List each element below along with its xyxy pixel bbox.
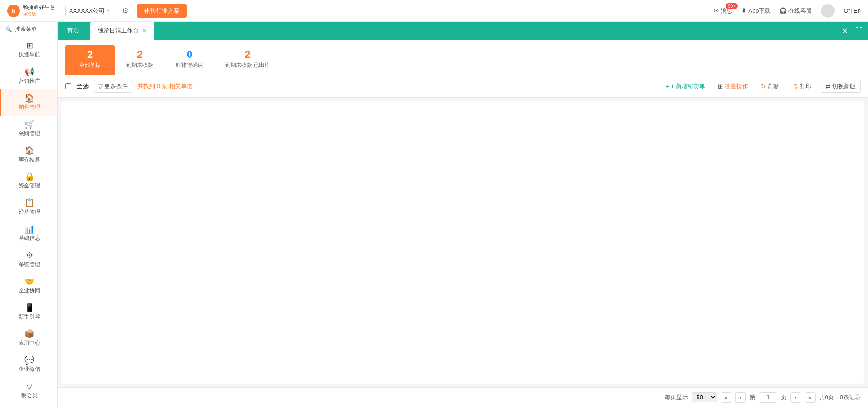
tab-home[interactable]: 首页 [58,22,89,40]
next-page-button[interactable]: › [790,392,801,403]
sidebar-item-operation[interactable]: 📋 经营管理 [0,194,57,220]
first-page-button[interactable]: « [721,392,731,403]
sidebar-item-coop[interactable]: 🤝 企业协同 [0,273,57,299]
sidebar-item-member[interactable]: ▽ 畅会员 [0,378,57,404]
per-page-select[interactable]: 50 100 200 [692,392,717,402]
sidebar-item-appcenter[interactable]: 📦 应用中心 [0,325,57,351]
select-all-checkbox[interactable] [65,83,71,89]
add-sale-button[interactable]: + + 新增销货单 [662,80,709,92]
logo-text-area: 畅捷通好生意 标准版 [23,4,55,18]
switch-version-button[interactable]: ⇄ 切换新版 [821,80,861,93]
page-suffix: 页 [781,393,787,402]
sidebar-item-label: 经营管理 [19,208,40,216]
sidebar-item-guide[interactable]: 📱 新手引导 [0,299,57,325]
app-icon: 📦 [24,330,34,338]
prev-page-button[interactable]: ‹ [735,392,746,403]
work-area: 2 全部单据 2 到期未收款 0 旺辅待确认 2 到期未收款 已出库 [58,40,868,407]
found-count-value: 0 [157,83,160,89]
message-badge: 99+ [726,3,738,9]
top-bar: 6 畅捷通好生意 标准版 XXXXXX公司 ▾ ⚙ 体验行业方案 ✉ 消息 99… [0,0,868,22]
company-selector[interactable]: XXXXXX公司 ▾ [65,5,113,17]
filter-icon: ▽ [98,83,103,90]
user-name: OfTEn [844,7,861,14]
tab-workbench[interactable]: 钱货日清工作台 ✕ [90,22,154,40]
company-name: XXXXXX公司 [69,7,104,15]
sidebar-item-finance[interactable]: 🔒 资金管理 [0,168,57,194]
sidebar-item-label: 销售管理 [19,103,40,111]
headset-icon: 🎧 [779,7,787,14]
sidebar-item-label: 营销推广 [19,77,40,85]
gear-icon: ⚙ [122,6,128,15]
member-icon: ▽ [26,382,33,390]
tab-close-icon[interactable]: ✕ [142,28,147,34]
message-button[interactable]: ✉ 消息 99+ [714,7,732,15]
pagination-bar: 每页显示 50 100 200 « ‹ 第 页 › [58,387,868,407]
system-icon: ⚙ [26,251,33,259]
print-icon: 🖨 [792,83,798,90]
stat-tab-overdue[interactable]: 2 到期未收款 [115,45,165,75]
stats-tabs: 2 全部单据 2 到期未收款 0 旺辅待确认 2 到期未收款 已出库 [58,40,868,75]
sidebar-item-system[interactable]: ⚙ 系统管理 [0,247,57,273]
sidebar-item-base[interactable]: 📊 基础信息 [0,220,57,247]
close-icon: ✕ [842,27,848,35]
first-page-icon: « [724,394,727,401]
message-icon: ✉ [714,7,719,14]
sidebar-item-weixin[interactable]: 💬 企业微信 [0,351,57,378]
select-all-label: 全选 [77,82,89,90]
close-window-button[interactable]: ✕ [839,25,850,36]
sidebar-item-label: 新手引导 [19,313,40,321]
sidebar-item-label: 库存核算 [19,156,40,164]
switch-icon: ⇄ [826,83,830,90]
search-icon: 🔍 [5,26,12,33]
stat-label-shipped: 到期未收款 已出库 [225,61,270,69]
sidebar-item-quick-nav[interactable]: ⊞ 快捷导航 [0,37,57,63]
stat-count-shipped: 2 [245,49,250,61]
total-records: 共0页，0条记录 [819,393,861,402]
sales-icon: 🏠 [24,94,34,102]
sidebar-search[interactable]: 🔍 搜索菜单 [0,22,57,37]
page-number-input[interactable] [759,392,777,403]
settings-button[interactable]: ⚙ [119,5,132,17]
logo-icon: 6 [7,5,20,17]
sidebar-item-label: 基础信息 [19,234,40,242]
next-page-icon: › [794,394,796,401]
stat-tab-wangwang[interactable]: 0 旺辅待确认 [165,45,214,75]
sidebar-item-marketing[interactable]: 📢 营销推广 [0,63,57,89]
finance-icon: 🔒 [24,173,34,181]
online-service-button[interactable]: 🎧 在线客服 [779,7,812,15]
sidebar-item-inventory[interactable]: 🏠 库存核算 [0,142,57,168]
toolbar-right: + + 新增销货单 ⊞ 批量操作 ↻ 刷新 🖨 打印 [662,80,861,93]
maximize-icon: ⛶ [855,27,863,35]
batch-operation-button[interactable]: ⊞ 批量操作 [714,80,752,92]
more-conditions-button[interactable]: ▽ 更多条件 [94,80,132,93]
avatar[interactable] [821,4,835,18]
app-download-button[interactable]: ⬇ App下载 [741,7,770,15]
operation-icon: 📋 [24,199,34,207]
sidebar-item-sales[interactable]: 🏠 销售管理 [0,89,57,116]
experience-button[interactable]: 体验行业方案 [137,4,187,18]
top-right-area: ✉ 消息 99+ ⬇ App下载 🎧 在线客服 OfTEn [714,4,861,18]
logo-sub: 标准版 [23,11,55,17]
toolbar: 全选 ▽ 更多条件 共找到 0 条 相关单据 + + 新增销货 [58,75,868,98]
table-area [61,101,864,384]
wx-icon: 💬 [24,356,34,364]
quick-nav-icon: ⊞ [26,42,33,50]
maximize-button[interactable]: ⛶ [854,25,864,36]
prev-page-icon: ‹ [739,394,741,401]
print-button[interactable]: 🖨 打印 [788,80,815,92]
sidebar-item-label: 快捷导航 [19,51,40,59]
stat-label-wangwang: 旺辅待确认 [176,61,203,69]
search-label: 搜索菜单 [15,25,37,33]
base-icon: 📊 [24,225,34,233]
sidebar: 🔍 搜索菜单 ⊞ 快捷导航 📢 营销推广 🏠 销售管理 🛒 采购管理 🏠 库存核… [0,22,58,407]
sidebar-item-label: 采购管理 [19,130,40,137]
refresh-button[interactable]: ↻ 刷新 [757,80,783,92]
stat-count-wangwang: 0 [187,49,192,61]
chevron-down-icon: ▾ [107,8,109,13]
stat-tab-shipped[interactable]: 2 到期未收款 已出库 [214,45,281,75]
batch-icon: ⊞ [718,83,723,90]
sidebar-item-label: 企业协同 [19,287,40,295]
stat-tab-all[interactable]: 2 全部单据 [65,45,115,75]
last-page-button[interactable]: » [805,392,816,403]
sidebar-item-purchase[interactable]: 🛒 采购管理 [0,116,57,142]
